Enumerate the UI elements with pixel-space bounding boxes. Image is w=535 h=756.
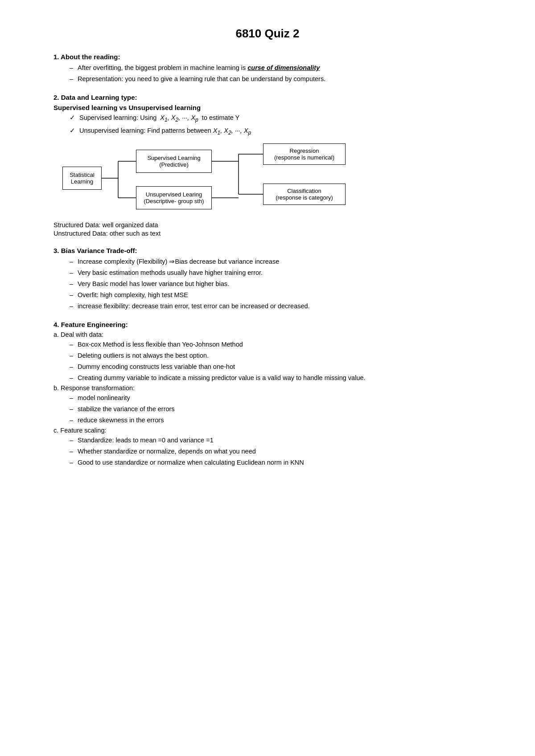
list-item: Standardize: leads to mean =0 and varian… bbox=[70, 436, 482, 445]
list-item: Representation: you need to give a learn… bbox=[70, 74, 482, 84]
learning-diagram: StatisticalLearning Supervised Learning(… bbox=[62, 143, 366, 217]
section-3: 3. Bias Variance Trade-off: Increase com… bbox=[54, 247, 482, 311]
stat-learn-box: StatisticalLearning bbox=[62, 167, 102, 190]
section-4-a-label: a. Deal with data: bbox=[54, 331, 482, 338]
section-2: 2. Data and Learning type: Supervised le… bbox=[54, 94, 482, 237]
section-2-subheader: Supervised learning vs Unsupervised lear… bbox=[54, 104, 482, 111]
section-2-header: 2. Data and Learning type: bbox=[54, 94, 482, 101]
list-item: Dummy encoding constructs less variable … bbox=[70, 362, 482, 372]
list-item: Very basic estimation methods usually ha… bbox=[70, 268, 482, 278]
section-3-list: Increase complexity (Flexibility) ⇒Bias … bbox=[54, 257, 482, 311]
list-item: Very Basic model has lower variance but … bbox=[70, 279, 482, 289]
section-1-list: After overfitting, the biggest problem i… bbox=[54, 63, 482, 84]
unstructured-data: Unstructured Data: other such as text bbox=[54, 230, 482, 237]
section-4-c-label: c. Feature scaling: bbox=[54, 427, 482, 434]
list-item: Unsupervised learning: Find patterns bet… bbox=[70, 126, 482, 137]
section-2-checklist: Supervised learning: Using X1, X2, ···, … bbox=[54, 113, 482, 137]
page-title: 6810 Quiz 2 bbox=[54, 27, 482, 41]
section-3-header: 3. Bias Variance Trade-off: bbox=[54, 247, 482, 254]
section-4-a-list: Box-cox Method is less flexible than Yeo… bbox=[54, 340, 482, 383]
section-4: 4. Feature Engineering: a. Deal with dat… bbox=[54, 321, 482, 467]
structured-data: Structured Data: well organized data bbox=[54, 221, 482, 229]
unsup-learn-box: Unsupervised Learing(Descriptive- group … bbox=[136, 186, 212, 209]
list-item: increase flexibility: decrease train err… bbox=[70, 302, 482, 311]
list-item: Supervised learning: Using X1, X2, ···, … bbox=[70, 113, 482, 124]
section-1-header: 1. About the reading: bbox=[54, 53, 482, 61]
section-1: 1. About the reading: After overfitting,… bbox=[54, 53, 482, 84]
regression-box: Regression(response is numerical) bbox=[263, 143, 346, 165]
list-item: Creating dummy variable to indicate a mi… bbox=[70, 373, 482, 383]
list-item: stabilize the variance of the errors bbox=[70, 405, 482, 414]
section-4-b-label: b. Response transformation: bbox=[54, 384, 482, 392]
list-item: Good to use standardize or normalize whe… bbox=[70, 458, 482, 467]
section-4-header: 4. Feature Engineering: bbox=[54, 321, 482, 328]
list-item: reduce skewness in the errors bbox=[70, 416, 482, 425]
sup-learn-box: Supervised Learning(Predictive) bbox=[136, 150, 212, 173]
list-item: After overfitting, the biggest problem i… bbox=[70, 63, 482, 73]
list-item: Increase complexity (Flexibility) ⇒Bias … bbox=[70, 257, 482, 266]
section-4-b-list: model nonlinearity stabilize the varianc… bbox=[54, 393, 482, 425]
list-item: Box-cox Method is less flexible than Yeo… bbox=[70, 340, 482, 349]
classification-box: Classification(response is category) bbox=[263, 184, 346, 205]
list-item: Deleting outliers is not always the best… bbox=[70, 351, 482, 360]
list-item: model nonlinearity bbox=[70, 393, 482, 403]
section-4-c-list: Standardize: leads to mean =0 and varian… bbox=[54, 436, 482, 467]
list-item: Overfit: high complexity, high test MSE bbox=[70, 290, 482, 300]
list-item: Whether standardize or normalize, depend… bbox=[70, 447, 482, 456]
diagram-container: StatisticalLearning Supervised Learning(… bbox=[54, 143, 482, 217]
